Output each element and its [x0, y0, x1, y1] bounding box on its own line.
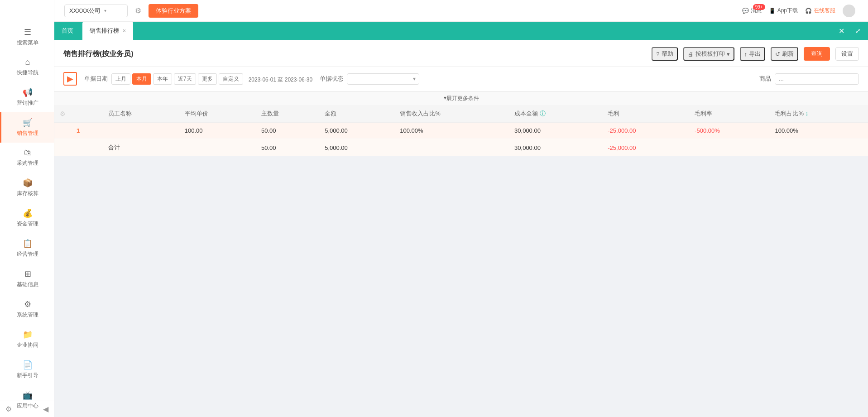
col-employee: 员工名称: [103, 105, 179, 123]
settings-bottom-icon[interactable]: ⚙: [5, 405, 12, 413]
footer-cost: 30,000.00: [509, 139, 602, 157]
status-select[interactable]: [347, 73, 419, 85]
operations-icon: 📋: [23, 239, 33, 249]
sidebar-item-collab[interactable]: 📁 企业协同: [0, 324, 54, 355]
cost-cell: 30,000.00: [509, 123, 602, 139]
status-select-wrapper: [347, 73, 419, 85]
date-range-wrapper: 2023-06-01 至 2023-06-30: [249, 76, 312, 84]
settings-button[interactable]: 设置: [835, 47, 859, 61]
goods-label: 商品: [759, 75, 771, 83]
expand-more-bar[interactable]: ▾ 展开更多条件: [54, 91, 868, 105]
table-row: 1 100.00 50.00 5,000.00 100.00% 30,000.0…: [54, 123, 868, 139]
basic-info-icon: ⊞: [24, 269, 31, 279]
avatar[interactable]: [843, 5, 855, 17]
help-icon: ?: [656, 51, 659, 58]
help-button[interactable]: ? 帮助: [652, 47, 677, 61]
sidebar-item-purchase[interactable]: 🛍 采购管理: [0, 143, 54, 173]
finance-icon: 💰: [23, 208, 33, 218]
date-btn-prev-month[interactable]: 上月: [111, 73, 130, 85]
sidebar-item-operations[interactable]: 📋 经营管理: [0, 233, 54, 264]
message-button[interactable]: 💬 消息 99+: [742, 7, 762, 14]
tab-bar: 首页 销售排行榜 × ✕ ⤢: [54, 22, 868, 40]
date-filter: 单据日期 上月 本月 本年 近7天 更多 自定义 2023-06-01 至 20…: [84, 73, 312, 85]
sidebar-item-marketing[interactable]: 📢 营销推广: [0, 82, 54, 112]
sidebar-item-label: 库存核算: [17, 190, 38, 197]
footer-avg-price: [179, 139, 256, 157]
sidebar-item-system[interactable]: ⚙ 系统管理: [0, 294, 54, 324]
tab-bar-actions: ✕ ⤢: [835, 25, 868, 37]
filter-toggle-icon[interactable]: ▶: [63, 72, 77, 86]
sidebar-item-label: 企业协同: [17, 341, 38, 349]
goods-input[interactable]: [775, 73, 859, 85]
date-btn-7days[interactable]: 近7天: [174, 73, 196, 85]
sidebar-item-basic-info[interactable]: ⊞ 基础信息: [0, 264, 54, 294]
rank-cell: 1: [71, 123, 103, 139]
sidebar-item-inventory[interactable]: 📦 库存核算: [0, 173, 54, 203]
sidebar-bottom: ⚙ ◀: [0, 401, 54, 417]
qty-cell: 50.00: [256, 123, 319, 139]
row-settings-cell: [54, 123, 71, 139]
sidebar-item-sales[interactable]: 🛒 销售管理: [0, 112, 54, 143]
page-actions: ? 帮助 🖨 按模板打印 ▾ ↑ 导出 ↺ 刷新 查询 设置: [652, 47, 859, 61]
date-btn-this-year[interactable]: 本年: [153, 73, 172, 85]
system-icon: ⚙: [24, 299, 31, 309]
amount-cell: 5,000.00: [319, 123, 394, 139]
footer-sales-pct: [394, 139, 509, 157]
footer-amount: 5,000.00: [319, 139, 394, 157]
company-settings-icon[interactable]: ⚙: [131, 5, 145, 17]
print-button[interactable]: 🖨 按模板打印 ▾: [683, 47, 734, 61]
purchase-icon: 🛍: [24, 148, 32, 158]
sidebar-item-guide[interactable]: 📄 新手引导: [0, 355, 54, 385]
table-footer: 合计 50.00 5,000.00 30,000.00 -25,000.00: [54, 139, 868, 157]
page-title: 销售排行榜(按业务员): [63, 49, 134, 59]
tab-close-icon[interactable]: ×: [123, 28, 126, 34]
col-avg-price: 平均单价: [179, 105, 256, 123]
sidebar-item-label: 销售管理: [17, 129, 38, 137]
date-btn-more[interactable]: 更多: [198, 73, 217, 85]
page-header: 销售排行榜(按业务员) ? 帮助 🖨 按模板打印 ▾ ↑ 导出 ↺ 刷新: [54, 40, 868, 67]
apps-icon: 📺: [23, 390, 33, 400]
avg-price-cell: 100.00: [179, 123, 256, 139]
sidebar-item-finance[interactable]: 💰 资金管理: [0, 203, 54, 233]
status-label: 单据状态: [320, 75, 343, 83]
trial-button[interactable]: 体验行业方案: [149, 4, 198, 18]
expand-icon[interactable]: ⤢: [852, 25, 864, 36]
app-download-button[interactable]: 📱 App下载: [769, 7, 798, 14]
date-btn-custom[interactable]: 自定义: [219, 73, 243, 85]
sidebar-item-label: 新手引导: [17, 372, 38, 379]
sidebar-item-label: 搜索菜单: [17, 39, 38, 47]
cost-info-icon[interactable]: ⓘ: [540, 110, 546, 117]
export-button[interactable]: ↑ 导出: [740, 47, 766, 61]
collapse-icon[interactable]: ◀: [43, 405, 48, 413]
col-gross-rate: 毛利率: [689, 105, 769, 123]
footer-gross-pct: [769, 139, 868, 157]
query-button[interactable]: 查询: [804, 47, 830, 61]
collab-icon: 📁: [23, 330, 33, 340]
company-selector[interactable]: XXXXX公司 ▾: [64, 5, 128, 17]
date-btn-this-month[interactable]: 本月: [132, 73, 151, 85]
gross-pct-info-icon[interactable]: ↕: [806, 110, 809, 117]
goods-filter: 商品: [759, 73, 859, 85]
close-window-icon[interactable]: ✕: [835, 25, 848, 37]
sidebar-item-quicknav[interactable]: ⌂ 快捷导航: [0, 52, 54, 82]
col-settings: ⚙: [54, 105, 71, 123]
service-label: 在线客服: [814, 7, 835, 14]
app-icon: 📱: [769, 8, 776, 14]
print-chevron-icon: ▾: [727, 51, 730, 58]
sales-icon: 🛒: [23, 118, 33, 128]
employee-cell: [103, 123, 179, 139]
gross-pct-cell: 100.00%: [769, 123, 868, 139]
guide-icon: 📄: [23, 360, 33, 370]
tab-home[interactable]: 首页: [54, 22, 81, 40]
column-settings-icon[interactable]: ⚙: [60, 110, 66, 117]
export-icon: ↑: [744, 51, 748, 58]
col-sales-pct: 销售收入占比%: [394, 105, 509, 123]
sales-pct-cell: 100.00%: [394, 123, 509, 139]
sidebar-item-search[interactable]: ☰ 搜索菜单: [0, 22, 54, 52]
sidebar-item-label: 基础信息: [17, 281, 38, 288]
message-icon: 💬: [742, 8, 749, 14]
refresh-button[interactable]: ↺ 刷新: [771, 47, 798, 61]
date-label: 单据日期: [84, 75, 108, 83]
online-service-button[interactable]: 🎧 在线客服: [805, 7, 835, 14]
tab-sales-ranking[interactable]: 销售排行榜 ×: [82, 22, 133, 40]
